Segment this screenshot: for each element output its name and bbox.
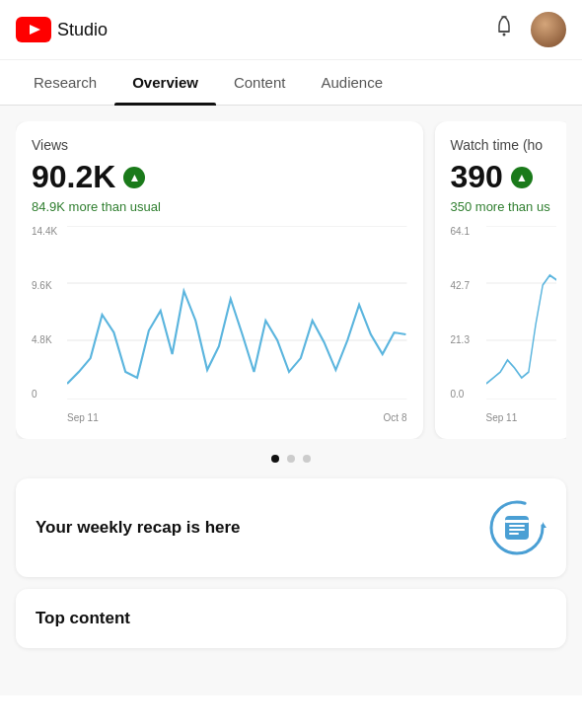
views-card: Views 90.2K ▲ 84.9K more than usual 14.4… (16, 121, 423, 439)
y-label-0: 14.4K (32, 226, 57, 237)
dot-1[interactable] (271, 455, 279, 463)
tab-research[interactable]: Research (16, 60, 114, 105)
svg-rect-15 (505, 520, 529, 523)
recap-circle-icon (487, 498, 546, 557)
y-label-3: 0 (32, 389, 57, 400)
watch-chart-area (486, 226, 557, 400)
studio-label: Studio (57, 20, 108, 40)
app-header: Studio (0, 0, 582, 60)
youtube-icon (16, 17, 51, 42)
watch-value-row: 390 ▲ (451, 159, 557, 195)
svg-marker-13 (543, 522, 546, 528)
avatar[interactable] (531, 12, 566, 47)
y-label-1: 9.6K (32, 280, 57, 291)
watch-time-card: Watch time (ho 390 ▲ 350 more than us 64… (435, 121, 567, 439)
wy-3: 0.0 (451, 389, 470, 400)
nav-tabs: Research Overview Content Audience (0, 60, 582, 106)
tab-audience[interactable]: Audience (303, 60, 400, 105)
watch-chart: 64.1 42.7 21.3 0.0 Sep 11 (451, 226, 557, 423)
x-label-start: Sep 11 (67, 412, 99, 423)
x-label-end: Oct 8 (384, 412, 407, 423)
pagination (16, 455, 566, 463)
views-chart: 14.4K 9.6K 4.8K 0 (32, 226, 407, 423)
recap-icon-container (487, 498, 546, 557)
top-content-title: Top content (36, 609, 130, 627)
svg-rect-18 (509, 533, 519, 535)
views-y-labels: 14.4K 9.6K 4.8K 0 (32, 226, 57, 400)
main-content: Views 90.2K ▲ 84.9K more than usual 14.4… (0, 106, 582, 695)
tab-content[interactable]: Content (216, 60, 304, 105)
header-right (491, 12, 566, 47)
weekly-recap-card[interactable]: Your weekly recap is here (16, 478, 566, 577)
tab-overview[interactable]: Overview (114, 60, 216, 105)
views-line (67, 291, 405, 384)
y-label-2: 4.8K (32, 334, 57, 345)
views-up-icon: ▲ (123, 167, 145, 188)
wy-0: 64.1 (451, 226, 470, 237)
stats-cards-row: Views 90.2K ▲ 84.9K more than usual 14.4… (16, 121, 566, 439)
recap-text: Your weekly recap is here (36, 518, 241, 538)
svg-rect-17 (509, 529, 525, 531)
watch-up-icon: ▲ (511, 167, 533, 188)
svg-rect-14 (505, 516, 529, 540)
views-sub: 84.9K more than usual (32, 199, 407, 214)
watch-line (486, 275, 557, 384)
wx-start: Sep 11 (486, 412, 518, 423)
svg-rect-16 (509, 525, 525, 527)
views-value-row: 90.2K ▲ (32, 159, 407, 195)
wy-1: 42.7 (451, 280, 470, 291)
watch-sub: 350 more than us (451, 199, 557, 214)
top-content-card: Top content (16, 589, 566, 648)
watch-value: 390 (451, 159, 503, 195)
views-label: Views (32, 137, 407, 153)
bell-icon[interactable] (491, 14, 517, 45)
watch-label: Watch time (ho (451, 137, 557, 153)
dot-2[interactable] (287, 455, 295, 463)
youtube-logo[interactable]: Studio (16, 17, 108, 42)
views-value: 90.2K (32, 159, 115, 195)
dot-3[interactable] (303, 455, 311, 463)
views-x-labels: Sep 11 Oct 8 (67, 412, 407, 423)
watch-y-labels: 64.1 42.7 21.3 0.0 (451, 226, 470, 400)
wy-2: 21.3 (451, 334, 470, 345)
watch-x-labels: Sep 11 (486, 412, 557, 423)
views-chart-area (67, 226, 407, 400)
svg-point-2 (503, 34, 506, 36)
header-left: Studio (16, 17, 108, 42)
